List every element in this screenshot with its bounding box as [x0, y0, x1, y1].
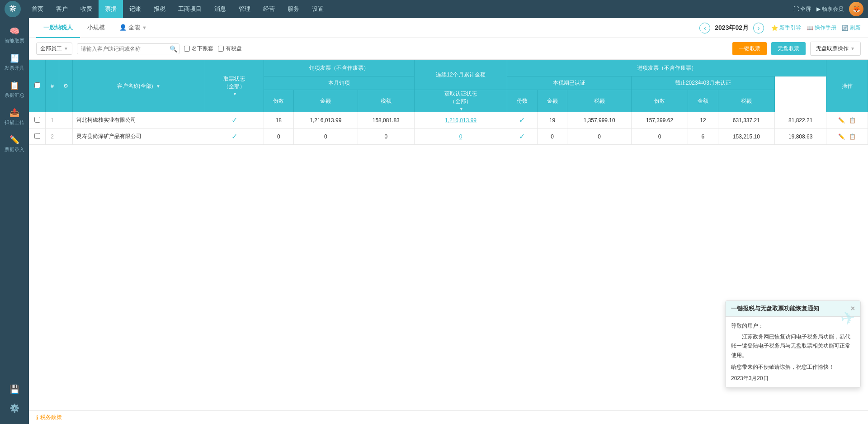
tab-small-scale-label: 小规模	[87, 24, 105, 32]
tab-small-scale[interactable]: 小规模	[80, 18, 112, 38]
top-nav-menu: 首页 客户 收费 票据 记账 报税 工商项目 消息 管理 经营 服务 设置	[25, 0, 793, 18]
date-next-btn[interactable]: ›	[753, 23, 764, 33]
th-certified: 本税期已认证	[507, 76, 632, 90]
row1-customer: 河北柯磁枝实业有限公司	[73, 112, 205, 129]
row2-customer: 灵寿县尚泽矿产品有限公司	[73, 129, 205, 145]
row1-edit-icon[interactable]: ✏️	[838, 117, 845, 124]
manual-link[interactable]: 📖 操作手册	[807, 24, 836, 32]
nav-settings[interactable]: 设置	[306, 0, 330, 18]
no-disc-pick-action-btn[interactable]: 无盘取票操作 ▼	[810, 42, 861, 56]
row1-cumulative-link[interactable]: 1,216,013.99	[445, 117, 476, 124]
sidebar-item-smart-pick[interactable]: 🧠 智能取票	[0, 23, 29, 48]
th-input-group: 进项发票（不含作废票）	[507, 60, 826, 76]
row2-view-icon[interactable]: 📋	[849, 133, 856, 140]
fullscreen-btn[interactable]: ⛶ 全屏	[793, 5, 811, 13]
row1-sales-count: 18	[264, 112, 294, 129]
sidebar-item-scan-upload[interactable]: 📤 扫描上传	[0, 104, 29, 129]
top-nav: 茶 首页 客户 收费 票据 记账 报税 工商项目 消息 管理 经营 服务 设置 …	[0, 0, 868, 18]
row2-cert-status-icon: ✓	[519, 133, 525, 140]
nav-service[interactable]: 服务	[281, 0, 306, 18]
sidebar-settings-btn[interactable]: ⚙️	[8, 400, 21, 417]
account-set-checkbox[interactable]: 名下账套	[184, 45, 213, 52]
tax-disc-label: 有税盘	[226, 45, 242, 52]
select-all-checkbox[interactable]	[34, 82, 40, 88]
tab-all-capable[interactable]: 👤 全能 ▼	[112, 18, 154, 38]
th-uncert-tax: 税额	[718, 90, 774, 112]
row1-uncert-amount: 631,337.21	[718, 112, 774, 129]
row1-view-icon[interactable]: 📋	[849, 117, 856, 124]
row1-check-input[interactable]	[34, 117, 40, 123]
date-label: 2023年02月	[715, 24, 749, 32]
sidebar-item-smart-pick-label: 智能取票	[5, 38, 24, 44]
account-set-check-input[interactable]	[184, 46, 190, 52]
tab-general-taxpayer-label: 一般纳税人	[43, 24, 73, 32]
row1-cert-status: ✓	[507, 112, 538, 129]
nav-bookkeeping[interactable]: 记账	[123, 0, 147, 18]
sidebar-item-invoice-entry[interactable]: ✏️ 票据录入	[0, 131, 29, 157]
tax-disc-check-input[interactable]	[218, 46, 224, 52]
cert-status-filter-icon[interactable]: ▼	[459, 106, 464, 111]
row2-check-input[interactable]	[34, 133, 40, 139]
toolbar: 全部员工 ▼ 🔍 名下账套 有税盘 一键取票 无盘取票 无盘取票操作 ▼	[29, 38, 868, 60]
download-icon: 💾	[9, 384, 19, 394]
notification-content2: 给您带来的不便敬请谅解，祝您工作愉快！	[731, 362, 855, 372]
row2-config	[59, 129, 73, 145]
refresh-link[interactable]: 🔄 刷新	[842, 24, 861, 32]
row2-input-tax: 0	[631, 129, 688, 145]
sidebar-item-invoice-summary[interactable]: 📋 票据汇总	[0, 77, 29, 102]
invoice-open-icon: 🧾	[9, 53, 19, 63]
th-seq: #	[46, 60, 59, 112]
info-icon: ℹ	[36, 414, 38, 421]
refresh-icon: 🔄	[842, 25, 849, 31]
nav-manage[interactable]: 管理	[232, 0, 257, 18]
no-disc-pick-btn[interactable]: 无盘取票	[771, 42, 806, 55]
employee-select[interactable]: 全部员工 ▼	[36, 43, 72, 55]
search-input[interactable]	[77, 44, 168, 54]
member-btn[interactable]: ▶ 畅享会员	[816, 5, 844, 13]
tax-policy-link[interactable]: 税务政策	[40, 414, 62, 421]
th-customer: 客户名称(全部) ▼	[73, 60, 205, 112]
app-logo: 茶	[5, 1, 21, 17]
row1-sales-tax: 158,081.83	[358, 112, 414, 129]
row1-input-count: 19	[537, 112, 567, 129]
user-avatar[interactable]: 🦊	[849, 2, 863, 16]
row2-uncert-count: 6	[688, 129, 718, 145]
member-icon: ▶	[816, 6, 821, 12]
top-nav-right: ⛶ 全屏 ▶ 畅享会员 🦊	[793, 2, 863, 16]
nav-message[interactable]: 消息	[208, 0, 232, 18]
th-uncert-count: 份数	[631, 90, 688, 112]
notification-popup: 一键报税与无盘取票功能恢复通知 × ✈ 尊敬的用户： 江苏政务网已恢复访问电子税…	[725, 300, 861, 388]
account-set-label: 名下账套	[192, 45, 213, 52]
nav-client[interactable]: 客户	[50, 0, 74, 18]
nav-fee[interactable]: 收费	[74, 0, 99, 18]
row1-uncert-count: 12	[688, 112, 718, 129]
sidebar-item-invoice-open[interactable]: 🧾 发票开具	[0, 50, 29, 75]
avatar-icon: 🦊	[853, 5, 860, 13]
row2-edit-icon[interactable]: ✏️	[838, 133, 845, 140]
row2-checkbox	[29, 129, 46, 145]
search-box: 🔍	[77, 43, 179, 54]
th-pick-status-label: 取票状态	[209, 75, 260, 83]
row1-cert-status-icon: ✓	[519, 116, 525, 124]
nav-home[interactable]: 首页	[25, 0, 50, 18]
row2-cumulative-link[interactable]: 0	[459, 133, 462, 140]
nav-business[interactable]: 工商项目	[172, 0, 208, 18]
sidebar: 🧠 智能取票 🧾 发票开具 📋 票据汇总 📤 扫描上传 ✏️ 票据录入 💾 ⚙️	[0, 18, 29, 424]
search-button[interactable]: 🔍	[168, 45, 179, 52]
sidebar-download-btn[interactable]: 💾	[8, 381, 21, 398]
th-pick-status: 取票状态 （全部） ▼	[205, 60, 264, 112]
nav-operate[interactable]: 经营	[257, 0, 281, 18]
pick-status-filter-icon[interactable]: ▼	[233, 91, 237, 96]
row2-action: ✏️ 📋	[826, 129, 868, 145]
date-prev-btn[interactable]: ‹	[699, 23, 710, 33]
new-guide-link[interactable]: ⭐ 新手引导	[771, 24, 801, 32]
row1-sales-amount: 1,216,013.99	[294, 112, 358, 129]
invoice-table: # ⚙ 客户名称(全部) ▼ 取票状态 （全部） ▼ 销项发票（不含作废票）	[29, 60, 868, 145]
customer-filter-icon[interactable]: ▼	[156, 84, 160, 89]
tax-disc-checkbox[interactable]: 有税盘	[218, 45, 242, 52]
nav-invoice[interactable]: 票据	[99, 0, 123, 18]
row2-sales-amount: 0	[294, 129, 358, 145]
nav-tax[interactable]: 报税	[147, 0, 172, 18]
one-click-pick-btn[interactable]: 一键取票	[732, 42, 767, 55]
tab-general-taxpayer[interactable]: 一般纳税人	[36, 18, 80, 38]
